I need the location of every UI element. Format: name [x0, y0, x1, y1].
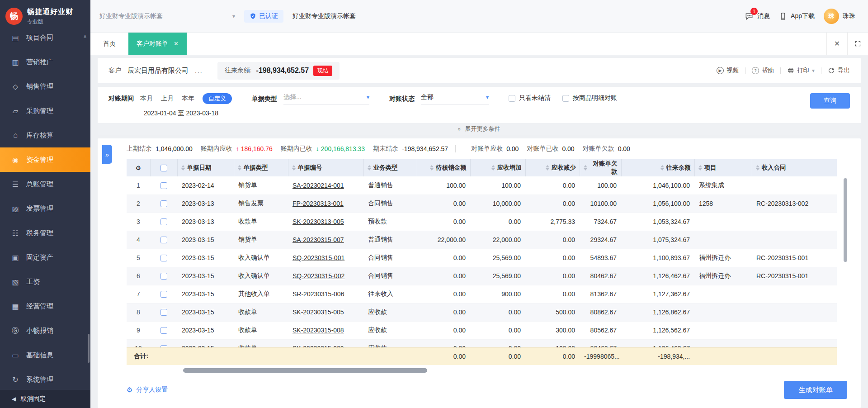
- column-header[interactable]: 单据编号: [288, 159, 363, 176]
- sort-icon[interactable]: [698, 165, 702, 171]
- column-header[interactable]: 待核销金额: [417, 159, 470, 176]
- sidebar-item[interactable]: ◉ 资金管理: [0, 147, 90, 172]
- customer-name[interactable]: 辰宏日用品有限公司: [127, 66, 189, 75]
- search-button[interactable]: 查询: [810, 93, 850, 109]
- table-row[interactable]: 2 2023-03-13 销售发票 FP-20230313-001 合同销售 0…: [127, 195, 837, 213]
- sidebar-item[interactable]: ◇ 销售管理: [0, 74, 90, 99]
- period-option[interactable]: 本月: [140, 95, 153, 103]
- column-header[interactable]: 应收减少: [525, 159, 580, 176]
- sort-icon[interactable]: [491, 165, 495, 171]
- sidebar-item[interactable]: ▤ 项目合同: [0, 33, 90, 50]
- unpin-sidebar-button[interactable]: ◀ 取消固定: [0, 390, 90, 408]
- status-select[interactable]: 全部 ▾: [421, 93, 489, 104]
- sidebar-item[interactable]: ↻ 系统管理: [0, 367, 90, 390]
- row-checkbox[interactable]: [160, 200, 167, 207]
- app-download-button[interactable]: App下载: [779, 12, 815, 20]
- unsettled-only-checkbox[interactable]: 只看未结清: [509, 94, 551, 102]
- sidebar-item[interactable]: ▥ 营销推广: [0, 50, 90, 74]
- expand-more-conditions[interactable]: » 展开更多条件: [98, 123, 861, 135]
- column-header[interactable]: 对账单欠款: [580, 159, 621, 176]
- column-header[interactable]: 应收增加: [470, 159, 525, 176]
- tab-home[interactable]: 首页: [90, 33, 128, 55]
- column-header[interactable]: 单据日期: [177, 159, 234, 176]
- sort-icon[interactable]: [756, 165, 760, 171]
- table-row[interactable]: 5 2023-03-15 收入确认单 SQ-20230315-001 合同销售 …: [127, 249, 837, 267]
- sidebar-item[interactable]: ▨ 发票管理: [0, 196, 90, 221]
- vertical-scrollbar-thumb[interactable]: [844, 178, 847, 262]
- sidebar-item[interactable]: ☰ 总账管理: [0, 172, 90, 196]
- sidebar-item[interactable]: Ⓖ 小畅报销: [0, 318, 90, 343]
- customer-more-button[interactable]: ...: [195, 67, 203, 74]
- period-option-custom[interactable]: 自定义: [203, 93, 232, 104]
- column-header[interactable]: 项目: [694, 159, 752, 176]
- sort-icon[interactable]: [584, 165, 587, 171]
- close-all-tabs-icon[interactable]: ✕: [826, 33, 847, 55]
- date-range[interactable]: 2023-01-04 至 2023-03-18: [144, 109, 232, 118]
- table-row[interactable]: 9 2023-03-15 收款单 SK-20230315-008 应收款 0.0…: [127, 321, 837, 339]
- share-settings-button[interactable]: ⚙ 分享人设置: [127, 386, 168, 394]
- select-all-checkbox[interactable]: [150, 159, 177, 176]
- table-row[interactable]: 1 2023-02-14 销货单 SA-20230214-001 普通销售 10…: [127, 176, 837, 195]
- column-header[interactable]: 往来余额: [621, 159, 694, 176]
- sidebar-item[interactable]: ▱ 采购管理: [0, 99, 90, 123]
- sidebar-item[interactable]: ▣ 固定资产: [0, 245, 90, 270]
- doc-no-link[interactable]: SK-20230315-005: [292, 308, 344, 316]
- doc-no-link[interactable]: FP-20230313-001: [292, 200, 344, 207]
- table-row[interactable]: 3 2023-03-13 收款单 SK-20230313-005 预收款 0.0…: [127, 213, 837, 231]
- column-settings-gear-icon[interactable]: ⚙: [127, 159, 150, 176]
- row-checkbox[interactable]: [160, 291, 167, 298]
- table-row[interactable]: 10 2023-03-15 收款单 SK-20230315-009 应收款 0.…: [127, 339, 837, 347]
- period-option[interactable]: 上月: [161, 95, 174, 103]
- sort-icon[interactable]: [181, 165, 185, 171]
- help-button[interactable]: ? 帮助: [752, 66, 774, 75]
- row-checkbox[interactable]: [160, 255, 167, 261]
- row-checkbox[interactable]: [160, 273, 167, 280]
- doc-type-select[interactable]: 选择... ▾: [283, 93, 369, 104]
- messages-button[interactable]: 1 消息: [745, 12, 770, 21]
- sort-icon[interactable]: [368, 165, 371, 171]
- sidebar-scrollbar-thumb[interactable]: [88, 334, 90, 363]
- doc-no-link[interactable]: SR-20230315-006: [292, 290, 344, 298]
- user-menu[interactable]: 珠 珠珠: [824, 9, 855, 24]
- sidebar-item[interactable]: ▧ 工资: [0, 270, 90, 294]
- sidebar-scroll-up-icon[interactable]: ∧: [83, 33, 87, 39]
- row-checkbox[interactable]: [160, 309, 167, 316]
- table-row[interactable]: 4 2023-03-15 销货单 SA-20230315-007 普通销售 22…: [127, 231, 837, 249]
- side-panel-expander[interactable]: »: [102, 145, 112, 164]
- column-header[interactable]: 单据类型: [234, 159, 288, 176]
- sort-icon[interactable]: [430, 165, 434, 171]
- doc-no-link[interactable]: SA-20230214-001: [292, 182, 344, 189]
- by-product-detail-checkbox[interactable]: 按商品明细对账: [562, 94, 617, 102]
- table-row[interactable]: 6 2023-03-15 收入确认单 SQ-20230315-002 合同销售 …: [127, 267, 837, 285]
- sidebar-item[interactable]: ▦ 经营管理: [0, 294, 90, 318]
- doc-no-link[interactable]: SQ-20230315-002: [292, 272, 344, 280]
- export-button[interactable]: 导出: [828, 66, 850, 75]
- certified-badge[interactable]: 已认证: [244, 10, 283, 23]
- row-checkbox[interactable]: [160, 218, 167, 225]
- generate-statement-button[interactable]: 生成对账单: [784, 381, 847, 399]
- sort-icon[interactable]: [660, 165, 664, 171]
- period-option[interactable]: 本年: [182, 95, 194, 103]
- doc-no-link[interactable]: SK-20230315-008: [292, 327, 344, 334]
- sidebar-item[interactable]: ⌂ 库存核算: [0, 123, 90, 147]
- fullscreen-icon[interactable]: [847, 33, 868, 55]
- sidebar-item[interactable]: ☷ 税务管理: [0, 221, 90, 245]
- tab-close-icon[interactable]: ✕: [174, 40, 179, 47]
- doc-no-link[interactable]: SQ-20230315-001: [292, 254, 344, 261]
- row-checkbox[interactable]: [160, 237, 167, 243]
- video-button[interactable]: ▶ 视频: [717, 66, 739, 75]
- tab-customer-statement[interactable]: 客户对账单 ✕: [128, 33, 187, 55]
- horizontal-scrollbar-thumb[interactable]: [183, 368, 427, 373]
- print-button[interactable]: 打印 ▾: [787, 66, 815, 75]
- account-book-select[interactable]: 好业财专业版演示帐套 ▾: [99, 12, 235, 20]
- sort-icon[interactable]: [292, 165, 296, 171]
- table-row[interactable]: 8 2023-03-15 收款单 SK-20230315-005 应收款 0.0…: [127, 303, 837, 321]
- sort-icon[interactable]: [546, 165, 549, 171]
- row-checkbox[interactable]: [160, 327, 167, 334]
- row-checkbox[interactable]: [160, 345, 167, 347]
- sidebar-item[interactable]: ▭ 基础信息: [0, 343, 90, 367]
- column-header[interactable]: 业务类型: [363, 159, 417, 176]
- doc-no-link[interactable]: SK-20230315-009: [292, 345, 344, 347]
- table-row[interactable]: 7 2023-03-15 其他收入单 SR-20230315-006 往来收入 …: [127, 285, 837, 303]
- sort-icon[interactable]: [238, 165, 241, 171]
